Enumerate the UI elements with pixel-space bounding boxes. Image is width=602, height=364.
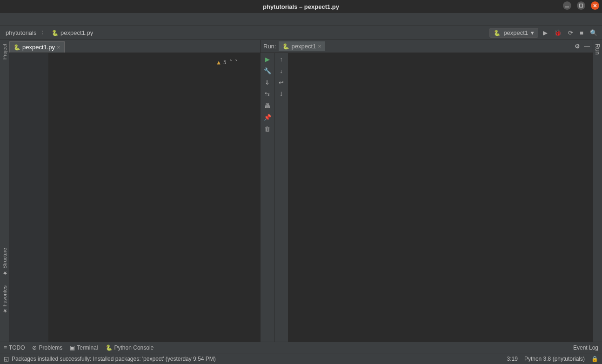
caret-position[interactable]: 3:19 [507, 356, 518, 362]
status-bar: ◱ Packages installed successfully: Insta… [0, 353, 602, 364]
window-title: phytutorials – pexpect1.py [263, 3, 339, 10]
fold-gutter[interactable] [42, 53, 48, 342]
favorites-tool-button[interactable]: ★ Favorites [1, 284, 7, 316]
scroll-end-icon[interactable]: ⤓ [279, 91, 284, 98]
close-tab-icon[interactable]: × [318, 43, 321, 50]
chevron-down-icon: ▾ [531, 29, 534, 36]
close-button[interactable] [591, 1, 599, 10]
event-log-button[interactable]: Event Log [571, 344, 598, 351]
python-file-icon [52, 29, 59, 36]
right-tool-strip: Run [593, 40, 602, 342]
close-tab-icon[interactable]: × [57, 44, 60, 51]
editor-pane: pexpect1.py × ▲ 5 ˄ ˅ [9, 40, 261, 342]
run-button[interactable]: ▶ [541, 28, 549, 37]
minimize-tool-icon[interactable]: — [584, 43, 590, 50]
settings-icon[interactable]: ⚙ [575, 43, 580, 50]
bottom-tool-strip: ≡ TODO ⊘ Problems ▣ Terminal Python Cons… [0, 342, 602, 353]
print-icon[interactable]: 🖶 [264, 102, 270, 109]
down-icon[interactable]: ⇓ [265, 79, 270, 86]
run-strip-button[interactable]: Run [594, 42, 601, 57]
breadcrumb-file[interactable]: pexpect1.py [49, 28, 96, 37]
search-everywhere-button[interactable]: 🔍 [588, 28, 599, 37]
python-icon [494, 29, 501, 36]
python-file-icon [13, 44, 20, 51]
project-tool-button[interactable]: Project [2, 42, 7, 61]
tool-windows-icon[interactable]: ◱ [4, 356, 9, 362]
svg-rect-1 [580, 4, 583, 7]
chevron-right-icon: 〉 [41, 29, 47, 37]
titlebar: phytutorials – pexpect1.py [0, 0, 602, 13]
python-console-tool-button[interactable]: Python Console [106, 344, 154, 351]
menubar [0, 13, 602, 26]
problems-tool-button[interactable]: ⊘ Problems [32, 344, 62, 351]
nav-row: phytutorials 〉 pexpect1.py pexpect1 ▾ ▶ … [0, 26, 602, 40]
editor-tab-label: pexpect1.py [22, 44, 55, 51]
console-output[interactable] [288, 53, 593, 342]
stop-button[interactable]: ■ [578, 28, 585, 37]
editor-tabs: pexpect1.py × [9, 40, 260, 53]
left-tool-strip: Project ★ Structure ★ Favorites [0, 40, 9, 342]
run-tool-label: Run: [263, 43, 276, 50]
line-number-gutter [9, 53, 42, 342]
run-config-name: pexpect1 [503, 29, 528, 36]
down-arrow-icon[interactable]: ↓ [280, 67, 283, 74]
run-tool-window: Run: pexpect1 × ⚙ — ▶ [261, 40, 593, 342]
layout-icon[interactable]: ⇆ [265, 91, 270, 98]
soft-wrap-icon[interactable]: ↩ [279, 79, 284, 86]
lock-icon[interactable]: 🔒 [591, 356, 598, 362]
editor-body[interactable]: ▲ 5 ˄ ˅ [9, 53, 260, 342]
python-icon [282, 43, 289, 50]
breadcrumb-root[interactable]: phytutorials [3, 28, 39, 37]
debug-button[interactable]: 🐞 [552, 28, 563, 37]
run-toolbar-secondary: ↑ ↓ ↩ ⤓ [274, 53, 288, 342]
wrench-icon[interactable]: 🔧 [264, 67, 271, 74]
structure-tool-button[interactable]: ★ Structure [1, 246, 7, 278]
run-config-selector[interactable]: pexpect1 ▾ [489, 28, 538, 38]
terminal-tool-button[interactable]: ▣ Terminal [70, 344, 98, 351]
maximize-button[interactable] [577, 1, 585, 10]
interpreter-selector[interactable]: Python 3.8 (phytutorials) [524, 356, 585, 362]
run-tab[interactable]: pexpect1 × [279, 41, 325, 51]
up-arrow-icon[interactable]: ↑ [280, 56, 283, 63]
run-with-coverage-button[interactable]: ⟳ [566, 28, 575, 37]
code-area[interactable] [48, 53, 260, 342]
pin-icon[interactable]: 📌 [264, 114, 271, 121]
status-message: Packages installed successfully: Install… [12, 356, 216, 362]
trash-icon[interactable]: 🗑 [264, 126, 270, 132]
todo-tool-button[interactable]: ≡ TODO [4, 344, 25, 351]
rerun-button[interactable]: ▶ [265, 56, 270, 63]
editor-tab[interactable]: pexpect1.py × [9, 41, 65, 53]
run-toolbar-primary: ▶ 🔧 ⇓ ⇆ 🖶 📌 🗑 [261, 53, 274, 342]
run-tab-name: pexpect1 [291, 43, 316, 50]
minimize-button[interactable] [563, 1, 571, 10]
breadcrumb: phytutorials 〉 pexpect1.py [3, 28, 96, 37]
